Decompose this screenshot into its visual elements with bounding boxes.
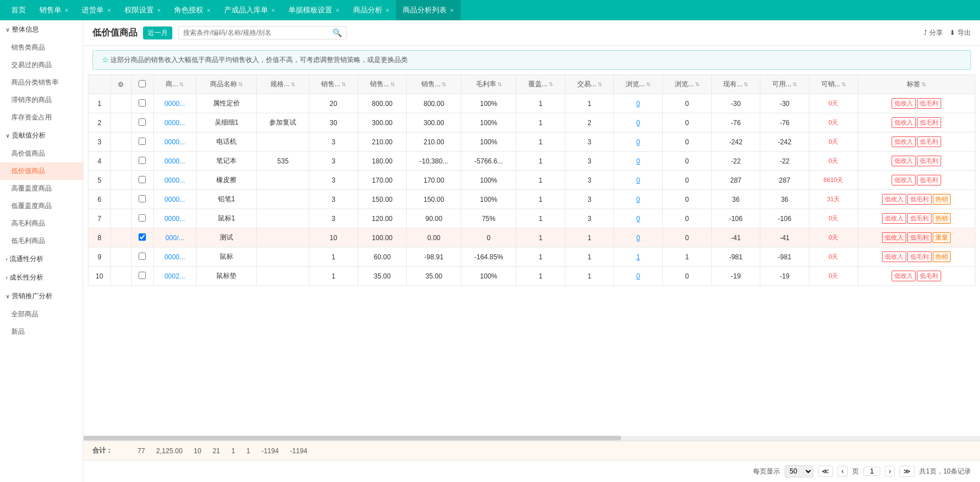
nav-tab-close-icon[interactable]: ×: [386, 7, 389, 14]
nav-tab-单据模板设置[interactable]: 单据模板设置×: [282, 0, 346, 20]
nav-tab-进货单[interactable]: 进货单×: [75, 0, 117, 20]
nav-tab-权限设置[interactable]: 权限设置×: [118, 0, 167, 20]
cell-views1[interactable]: 0: [614, 132, 663, 152]
nav-tab-close-icon[interactable]: ×: [207, 7, 210, 14]
tag-低毛利[interactable]: 低毛利: [917, 117, 941, 128]
tag-低毛利[interactable]: 低毛利: [917, 271, 941, 281]
cell-views1[interactable]: 0: [614, 228, 663, 247]
views1-link[interactable]: 0: [636, 176, 640, 184]
views1-link[interactable]: 0: [636, 100, 640, 108]
prev-page-button[interactable]: ‹: [838, 466, 848, 477]
cell-settings[interactable]: [111, 94, 131, 113]
cell-checkbox[interactable]: [131, 94, 154, 113]
row-checkbox[interactable]: [139, 176, 146, 183]
tag-热销[interactable]: 热销: [933, 251, 951, 262]
nav-tab-产成品入库单[interactable]: 产成品入库单×: [217, 0, 282, 20]
nav-tab-close-icon[interactable]: ×: [336, 7, 339, 14]
col-checkbox[interactable]: [131, 75, 154, 94]
sort-icon[interactable]: ⇅: [238, 81, 243, 87]
sort-icon[interactable]: ⇅: [179, 81, 184, 87]
views1-link[interactable]: 1: [636, 253, 640, 261]
sort-icon[interactable]: ⇅: [695, 81, 700, 87]
tag-低收入[interactable]: 低收入: [892, 98, 916, 109]
cell-views1[interactable]: 1: [614, 247, 663, 267]
cell-views1[interactable]: 0: [614, 209, 663, 228]
cell-views1[interactable]: 0: [614, 171, 663, 190]
next-page-button[interactable]: ›: [885, 466, 895, 477]
sort-icon[interactable]: ⇅: [743, 81, 748, 87]
cell-settings[interactable]: [111, 171, 131, 190]
nav-tab-商品分析列表[interactable]: 商品分析列表×: [396, 0, 460, 20]
sidebar-item-低价值商品[interactable]: 低价值商品: [0, 162, 83, 180]
row-checkbox[interactable]: [139, 138, 146, 145]
sort-icon[interactable]: ⇅: [549, 81, 553, 87]
sort-icon[interactable]: ⇅: [497, 81, 502, 87]
nav-tab-销售单[interactable]: 销售单×: [33, 0, 75, 20]
cell-checkbox[interactable]: [131, 267, 154, 286]
tag-低毛利[interactable]: 低毛利: [907, 232, 932, 243]
row-checkbox[interactable]: [139, 233, 146, 241]
sidebar-item-低毛利商品[interactable]: 低毛利商品: [0, 232, 83, 250]
tag-低毛利[interactable]: 低毛利: [917, 98, 941, 109]
sidebar-item-新品[interactable]: 新品: [0, 323, 83, 341]
sort-icon[interactable]: ⇅: [390, 81, 395, 87]
row-checkbox[interactable]: [139, 157, 146, 164]
sidebar-item-高毛利商品[interactable]: 高毛利商品: [0, 215, 83, 232]
sort-icon[interactable]: ⇅: [792, 81, 797, 87]
views1-link[interactable]: 0: [636, 234, 640, 242]
sidebar-item-商品分类销售率[interactable]: 商品分类销售率: [0, 74, 83, 91]
sidebar-item-滞销序的商品[interactable]: 滞销序的商品: [0, 91, 83, 109]
cell-checkbox[interactable]: [131, 190, 154, 209]
nav-tab-close-icon[interactable]: ×: [107, 7, 110, 14]
sidebar-item-低覆盖度商品[interactable]: 低覆盖度商品: [0, 197, 83, 215]
tag-低收入[interactable]: 低收入: [892, 136, 916, 147]
sort-icon[interactable]: ⇅: [442, 81, 446, 87]
cell-settings[interactable]: [111, 190, 131, 209]
sidebar-item-高覆盖度商品[interactable]: 高覆盖度商品: [0, 180, 83, 197]
cell-views1[interactable]: 0: [614, 190, 663, 209]
tag-低毛利[interactable]: 低毛利: [907, 251, 932, 262]
cell-views1[interactable]: 0: [614, 152, 663, 171]
select-all-checkbox[interactable]: [139, 80, 146, 87]
col-settings[interactable]: ⚙: [111, 75, 131, 94]
views1-link[interactable]: 0: [636, 272, 640, 280]
tag-低毛利[interactable]: 低毛利: [907, 213, 932, 224]
row-checkbox[interactable]: [139, 214, 146, 222]
first-page-button[interactable]: ≪: [818, 466, 833, 477]
tag-低收入[interactable]: 低收入: [882, 194, 906, 205]
nav-tab-close-icon[interactable]: ×: [271, 7, 275, 14]
cell-code[interactable]: 0000...: [154, 113, 197, 132]
row-checkbox[interactable]: [139, 195, 146, 202]
views1-link[interactable]: 0: [636, 119, 640, 127]
cell-code[interactable]: 0000...: [154, 132, 197, 152]
search-input[interactable]: [183, 29, 332, 37]
sidebar-section-4[interactable]: ∨营销推广分析: [0, 287, 83, 306]
row-checkbox[interactable]: [139, 272, 146, 279]
nav-home[interactable]: 首页: [5, 5, 33, 15]
nav-tab-商品分析[interactable]: 商品分析×: [346, 0, 396, 20]
views1-link[interactable]: 0: [636, 196, 640, 204]
sidebar-section-1[interactable]: ∨贡献值分析: [0, 126, 83, 145]
cell-code[interactable]: 0000...: [154, 171, 197, 190]
views1-link[interactable]: 0: [636, 215, 640, 223]
cell-settings[interactable]: [111, 132, 131, 152]
time-filter-button[interactable]: 近一月: [143, 26, 172, 39]
sort-icon[interactable]: ⇅: [841, 81, 846, 87]
sidebar-item-高价值商品[interactable]: 高价值商品: [0, 145, 83, 162]
row-checkbox[interactable]: [139, 118, 146, 126]
sidebar-section-3[interactable]: ›成长性分析: [0, 268, 83, 287]
cell-checkbox[interactable]: [131, 209, 154, 228]
sort-icon[interactable]: ⇅: [291, 81, 295, 87]
tag-低收入[interactable]: 低收入: [892, 156, 916, 166]
tag-低毛利[interactable]: 低毛利: [917, 136, 941, 147]
cell-code[interactable]: 0000...: [154, 152, 197, 171]
sidebar-item-销售类商品[interactable]: 销售类商品: [0, 39, 83, 56]
tag-重量[interactable]: 重量: [933, 232, 951, 243]
cell-settings[interactable]: [111, 152, 131, 171]
tag-热销[interactable]: 热销: [933, 213, 951, 224]
row-checkbox[interactable]: [139, 253, 146, 260]
cell-settings[interactable]: [111, 113, 131, 132]
cell-checkbox[interactable]: [131, 171, 154, 190]
views1-link[interactable]: 0: [636, 138, 640, 146]
cell-checkbox[interactable]: [131, 113, 154, 132]
